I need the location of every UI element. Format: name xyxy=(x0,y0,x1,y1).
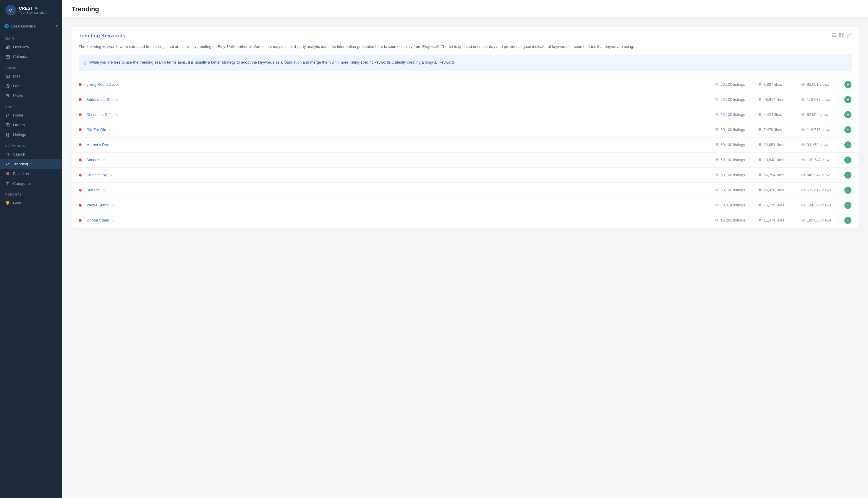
sidebar-item-home[interactable]: Home xyxy=(0,110,62,120)
calendar-label: Calendar xyxy=(13,54,29,59)
analytics-dropdown[interactable]: 🌐 CrestAnalytics ▾ xyxy=(0,21,62,32)
favorites-label: Favorites xyxy=(13,171,29,176)
keyword-name[interactable]: Gift For Girl ⚠ xyxy=(86,128,710,132)
sidebar: C CREST Your Etsy assistant 🌐 CrestAnaly… xyxy=(0,0,62,498)
sidebar-item-orders[interactable]: Orders xyxy=(0,120,62,130)
svg-point-59 xyxy=(803,189,803,191)
section-label-keywords: KEYWORDS xyxy=(0,140,62,149)
goal-label: Goal xyxy=(13,201,21,205)
heart-icon xyxy=(5,172,10,176)
add-keyword-button[interactable]: + xyxy=(844,171,852,179)
svg-rect-3 xyxy=(6,55,10,58)
svg-point-32 xyxy=(716,98,717,100)
svg-point-35 xyxy=(803,99,803,100)
sidebar-item-goal[interactable]: Goal xyxy=(0,198,62,208)
add-keyword-button[interactable]: + xyxy=(844,111,852,118)
svg-point-66 xyxy=(801,219,805,221)
listings-stat: 50,100 listings xyxy=(715,113,753,117)
listings-stat: 50,100 listings xyxy=(715,188,753,192)
add-keyword-button[interactable]: + xyxy=(844,81,852,88)
svg-point-45 xyxy=(717,144,718,145)
expand-icon[interactable] xyxy=(847,33,852,39)
keyword-name[interactable]: Living Room Decor xyxy=(86,82,710,87)
keyword-name[interactable]: Storage ⚠ xyxy=(86,188,710,192)
info-icon: ℹ xyxy=(84,60,86,66)
svg-point-37 xyxy=(717,114,718,115)
card-actions xyxy=(831,33,852,39)
sidebar-item-favorites[interactable]: Favorites xyxy=(0,169,62,179)
add-keyword-button[interactable]: + xyxy=(844,141,852,148)
sidebar-item-users[interactable]: Users xyxy=(0,91,62,101)
add-keyword-button[interactable]: + xyxy=(844,156,852,163)
keyword-name[interactable]: Crochet Toy ⚠ xyxy=(86,173,710,177)
add-keyword-button[interactable]: + xyxy=(844,202,852,209)
grid-view-icon[interactable] xyxy=(839,33,844,39)
app-logo: C xyxy=(5,5,16,15)
svg-point-51 xyxy=(803,159,803,160)
sidebar-item-categories[interactable]: Categories xyxy=(0,179,62,188)
orders-label: Orders xyxy=(13,123,25,127)
listings-stat: 50,100 listings xyxy=(715,173,753,177)
sidebar-item-calendar[interactable]: Calendar xyxy=(0,52,62,62)
keyword-name[interactable]: Mother's Day xyxy=(86,143,710,147)
top-header: Trending xyxy=(62,0,868,18)
listings-stat: 50,100 listings xyxy=(715,97,753,102)
status-dot xyxy=(79,189,82,192)
sidebar-item-mail[interactable]: Mail xyxy=(0,71,62,81)
keyword-name[interactable]: Bridesmaid Gift ⚠ xyxy=(86,97,710,102)
sidebar-item-overview[interactable]: Overview xyxy=(0,42,62,52)
listings-stat: 38,014 listings xyxy=(715,203,753,207)
keyword-name[interactable]: Phone Stand ⚠ xyxy=(86,203,710,207)
add-keyword-button[interactable]: + xyxy=(844,126,852,133)
svg-point-54 xyxy=(801,174,805,176)
search-label: Search xyxy=(13,152,25,156)
chevron-down-icon: ▾ xyxy=(56,24,58,28)
list-view-icon[interactable] xyxy=(831,33,836,39)
home-label: Home xyxy=(13,113,23,117)
categories-label: Categories xyxy=(13,181,32,186)
svg-point-39 xyxy=(803,114,803,115)
layers-icon xyxy=(5,133,10,137)
svg-point-44 xyxy=(716,143,717,145)
table-row: Christmas Gifts ⚠ 50,100 listings 4,424 … xyxy=(71,107,858,122)
likes-stat: 15,276 likes xyxy=(758,203,797,207)
add-keyword-button[interactable]: + xyxy=(844,96,852,103)
svg-point-60 xyxy=(716,204,717,205)
likes-stat: 26,438 likes xyxy=(758,188,797,192)
table-row: Storage ⚠ 50,100 listings 26,438 likes 5… xyxy=(71,182,858,198)
sidebar-item-logs[interactable]: Logs xyxy=(0,81,62,91)
filter-icon xyxy=(5,182,10,186)
table-row: Mother's Day 50,100 listings 12,051 like… xyxy=(71,137,858,152)
section-label-shop: SHOP xyxy=(0,101,62,110)
likes-stat: 66,754 likes xyxy=(758,173,797,177)
svg-point-49 xyxy=(717,159,718,160)
likes-stat: 11,471 likes xyxy=(758,218,797,222)
svg-rect-25 xyxy=(842,36,843,37)
svg-line-16 xyxy=(8,155,10,156)
svg-rect-2 xyxy=(9,45,10,49)
section-label-reports: REPORTS xyxy=(0,188,62,198)
svg-point-48 xyxy=(716,158,717,160)
sidebar-item-search[interactable]: Search xyxy=(0,149,62,159)
bar-chart-icon xyxy=(5,45,10,49)
analytics-globe-icon: 🌐 xyxy=(4,24,9,28)
table-row: Phone Stand ⚠ 38,014 listings 15,276 lik… xyxy=(71,198,858,213)
sidebar-item-trending[interactable]: Trending xyxy=(0,159,62,169)
svg-point-63 xyxy=(803,205,803,206)
table-row: Iphone Stand ⚠ 16,292 listings 11,471 li… xyxy=(71,213,858,228)
keyword-name[interactable]: Sandals ⚠ xyxy=(86,158,710,162)
keyword-name[interactable]: Christmas Gifts ⚠ xyxy=(86,113,710,117)
svg-point-42 xyxy=(801,129,805,131)
analytics-label: CrestAnalytics xyxy=(11,24,36,28)
sidebar-item-listings[interactable]: Listings xyxy=(0,130,62,140)
warning-icon: ⚠ xyxy=(108,128,112,132)
svg-point-9 xyxy=(6,94,8,95)
mail-icon xyxy=(5,74,10,78)
add-keyword-button[interactable]: + xyxy=(844,217,852,224)
listings-stat: 50,100 listings xyxy=(715,158,753,162)
keyword-name[interactable]: Iphone Stand ⚠ xyxy=(86,218,710,222)
views-stat: 116,715 views xyxy=(801,128,840,132)
warning-icon: ⚠ xyxy=(115,97,118,102)
add-keyword-button[interactable]: + xyxy=(844,187,852,194)
users-icon xyxy=(5,94,10,98)
